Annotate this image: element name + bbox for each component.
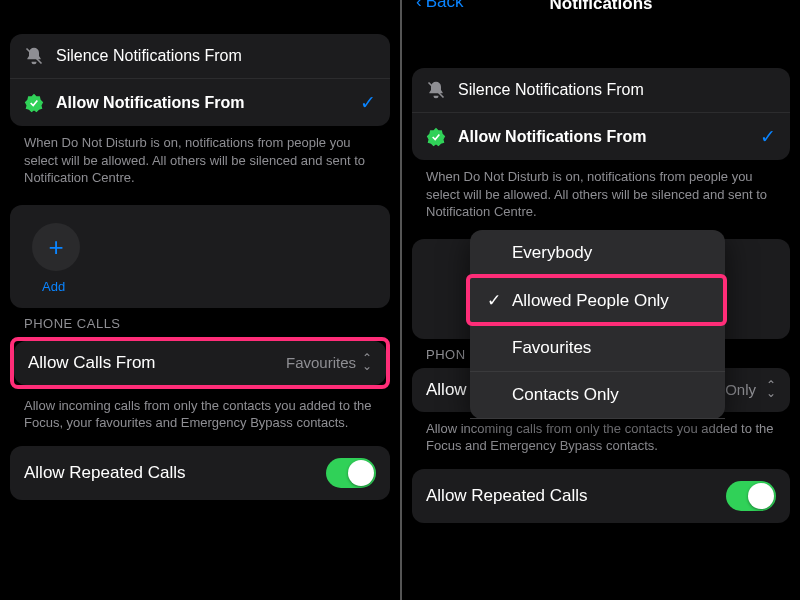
allow-notifications-row[interactable]: Allow Notifications From ✓: [10, 78, 390, 126]
popup-opt2-label: Allowed People Only: [512, 291, 709, 311]
svg-marker-3: [427, 127, 445, 145]
plus-icon: +: [48, 234, 63, 260]
popup-opt4-label: Contacts Only: [512, 385, 709, 405]
silence-label: Silence Notifications From: [56, 47, 376, 65]
toggle-knob: [748, 483, 774, 509]
nav-bar: ‹ Back Notifications: [412, 0, 790, 20]
popup-tick-icon: ✓: [486, 290, 502, 311]
checkmark-seal-icon: [24, 93, 44, 113]
nav-title: Notifications: [550, 0, 653, 14]
up-down-chevron-icon: ⌃⌄: [766, 382, 776, 396]
allow-label-r: Allow Notifications From: [458, 128, 748, 146]
allow-calls-card: Allow Calls From Favourites ⌃⌄: [14, 341, 386, 385]
people-explainer-r: When Do Not Disturb is on, notifications…: [412, 160, 790, 235]
add-people-card: + Add: [10, 205, 390, 308]
repeated-calls-card: Allow Repeated Calls: [10, 446, 390, 500]
add-label: Add: [42, 279, 376, 294]
notifications-mode-card-r: Silence Notifications From Allow Notific…: [412, 68, 790, 160]
allow-calls-highlight: Allow Calls From Favourites ⌃⌄: [10, 337, 390, 389]
bell-slash-icon: [426, 80, 446, 100]
allow-repeated-calls-row[interactable]: Allow Repeated Calls: [10, 446, 390, 500]
allow-calls-popup: Everybody ✓ Allowed People Only Favourit…: [470, 230, 725, 419]
popup-opt3-label: Favourites: [512, 338, 709, 358]
nav-back-label: Back: [426, 0, 464, 12]
allow-calls-value-wrap: Favourites ⌃⌄: [286, 354, 372, 371]
allow-calls-label: Allow Calls From: [28, 353, 156, 373]
selected-check-icon: ✓: [360, 91, 376, 114]
nav-back-button[interactable]: ‹ Back: [416, 0, 463, 12]
toggle-knob: [348, 460, 374, 486]
bell-slash-icon: [24, 46, 44, 66]
calls-explainer: Allow incoming calls from only the conta…: [10, 389, 390, 446]
allow-repeated-calls-row-r[interactable]: Allow Repeated Calls: [412, 469, 790, 523]
chevron-left-icon: ‹: [416, 0, 422, 12]
popup-option-favourites[interactable]: Favourites: [470, 325, 725, 372]
repeated-calls-label: Allow Repeated Calls: [24, 463, 186, 483]
allow-calls-value: Favourites: [286, 354, 356, 371]
popup-option-contacts-only[interactable]: Contacts Only: [470, 372, 725, 419]
repeated-calls-toggle-r[interactable]: [726, 481, 776, 511]
repeated-calls-label-r: Allow Repeated Calls: [426, 486, 588, 506]
allow-label: Allow Notifications From: [56, 94, 348, 112]
silence-label-r: Silence Notifications From: [458, 81, 776, 99]
right-pane: ‹ Back Notifications Silence Notificatio…: [400, 0, 800, 600]
calls-explainer-r: Allow incoming calls from only the conta…: [412, 412, 790, 469]
checkmark-seal-icon: [426, 127, 446, 147]
phone-calls-header: PHONE CALLS: [10, 308, 390, 337]
selected-check-icon: ✓: [760, 125, 776, 148]
allow-calls-from-row[interactable]: Allow Calls From Favourites ⌃⌄: [14, 341, 386, 385]
people-explainer: When Do Not Disturb is on, notifications…: [10, 126, 390, 201]
silence-notifications-row-r[interactable]: Silence Notifications From: [412, 68, 790, 112]
repeated-calls-card-r: Allow Repeated Calls: [412, 469, 790, 523]
svg-marker-1: [25, 93, 43, 111]
popup-option-everybody[interactable]: Everybody: [470, 230, 725, 277]
popup-option-allowed-people[interactable]: ✓ Allowed People Only: [470, 277, 725, 325]
notifications-mode-card: Silence Notifications From Allow Notific…: [10, 34, 390, 126]
up-down-chevron-icon: ⌃⌄: [362, 355, 372, 369]
allow-notifications-row-r[interactable]: Allow Notifications From ✓: [412, 112, 790, 160]
repeated-calls-toggle[interactable]: [326, 458, 376, 488]
popup-opt1-label: Everybody: [512, 243, 709, 263]
left-pane: Silence Notifications From Allow Notific…: [0, 0, 400, 600]
add-person-button[interactable]: +: [32, 223, 80, 271]
silence-notifications-row[interactable]: Silence Notifications From: [10, 34, 390, 78]
